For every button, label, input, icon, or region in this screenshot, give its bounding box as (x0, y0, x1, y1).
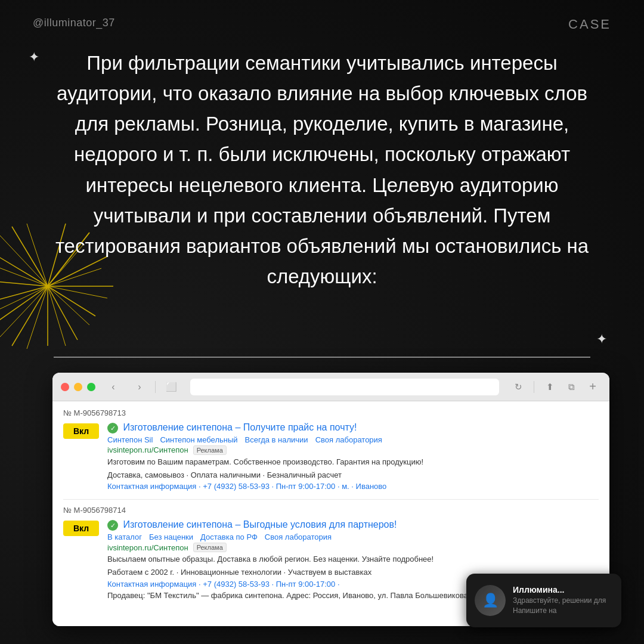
nav-separator-2 (534, 381, 534, 393)
sparkle-bottom-right-icon: ✦ (596, 333, 607, 346)
ad-url-line-1: ivsintepon.ru/Синтепон Реклама (107, 445, 599, 455)
svg-line-8 (0, 286, 48, 304)
svg-line-17 (48, 286, 66, 346)
vkl-button-2[interactable]: Вкл (63, 521, 99, 536)
new-tab-button[interactable]: + (584, 379, 601, 395)
traffic-light-red[interactable] (61, 383, 69, 391)
svg-line-22 (0, 236, 48, 286)
ad-content-1: Изготовление синтепона – Получите прайс … (107, 422, 599, 491)
handle-label: @illuminator_37 (33, 17, 115, 29)
ad-url-line-2: ivsintepon.ru/Синтепон Реклама (107, 543, 599, 552)
avatar: 👤 (475, 585, 506, 616)
avatar-text: Иллюмина... Здравствуйте, решении для На… (513, 585, 613, 616)
svg-line-11 (12, 227, 48, 286)
ad-sitelink-2-0[interactable]: В каталог (107, 532, 142, 541)
svg-line-6 (12, 286, 48, 346)
ad-number-1: № М-9056798713 (63, 408, 599, 417)
share-icon[interactable]: ⬆ (541, 379, 558, 395)
nav-separator (155, 381, 156, 393)
ad-sitelinks-2: В каталог Без наценки Доставка по РФ Сво… (107, 532, 599, 541)
ad-sitelink-1-2[interactable]: Всегда в наличии (245, 435, 308, 444)
ad-sitelink-2-1[interactable]: Без наценки (149, 532, 193, 541)
sparkle-top-left-icon: ✦ (29, 51, 39, 64)
main-paragraph: При фильтрации семантики учитывались инт… (48, 48, 596, 292)
traffic-light-green[interactable] (87, 383, 95, 391)
ad-sitelink-1-1[interactable]: Синтепон мебельный (160, 435, 237, 444)
ad-title-1[interactable]: Изготовление синтепона – Получите прайс … (123, 422, 357, 432)
traffic-light-yellow[interactable] (74, 383, 82, 391)
duplicate-icon[interactable]: ⧉ (563, 379, 580, 395)
svg-line-16 (48, 286, 89, 325)
ad-desc1-2: Высылаем опытные образцы. Доставка в люб… (107, 554, 599, 565)
reload-icon[interactable]: ↻ (510, 379, 527, 395)
ad-url-1: ivsintepon.ru/Синтепон (107, 445, 188, 454)
case-label: CASE (568, 17, 611, 32)
ad-desc1-1: Изготовим по Вашим параметрам. Собственн… (107, 457, 599, 468)
ad-verified-icon-2 (107, 520, 118, 531)
ad-sitelink-2-2[interactable]: Доставка по РФ (200, 532, 258, 541)
address-bar[interactable] (190, 379, 499, 395)
svg-line-18 (27, 286, 48, 349)
ad-url-2: ivsintepon.ru/Синтепон (107, 543, 188, 552)
svg-line-10 (0, 250, 48, 286)
ad-sitelinks-1: Синтепон Sil Синтепон мебельный Всегда в… (107, 435, 599, 444)
ad-block-1: Вкл Изготовление синтепона – Получите пр… (63, 422, 599, 491)
svg-line-19 (0, 286, 48, 337)
divider (54, 357, 590, 358)
forward-button[interactable]: › (131, 379, 148, 395)
ad-title-2[interactable]: Изготовление синтепона – Выгодные услови… (123, 519, 397, 530)
ad-sitelink-1-0[interactable]: Синтепон Sil (107, 435, 153, 444)
avatar-name: Иллюмина... (513, 585, 613, 595)
ad-badge-2: Реклама (193, 543, 227, 552)
avatar-image: 👤 (475, 585, 506, 616)
svg-line-4 (48, 286, 78, 340)
ad-sitelink-2-3[interactable]: Своя лаборатория (265, 532, 332, 541)
ad-number-2: № М-9056798714 (63, 506, 599, 515)
ad-title-line-1: Изготовление синтепона – Получите прайс … (107, 422, 599, 434)
ad-badge-1: Реклама (193, 445, 227, 455)
avatar-overlay: 👤 Иллюмина... Здравствуйте, решении для … (466, 574, 621, 627)
svg-line-23 (27, 224, 48, 286)
window-icon[interactable]: ⬜ (163, 379, 179, 395)
back-button[interactable]: ‹ (105, 379, 122, 395)
avatar-subtitle: Здравствуйте, решении для Напишите на (513, 596, 613, 616)
ad-desc2-1: Доставка, самовывоз · Оплата наличными ·… (107, 470, 599, 481)
browser-titlebar: ‹ › ⬜ ↻ ⬆ ⧉ + (52, 373, 609, 401)
ad-contact-1: Контактная информация · +7 (4932) 58-53-… (107, 482, 599, 491)
ad-title-line-2: Изготовление синтепона – Выгодные услови… (107, 519, 599, 531)
vkl-button-1[interactable]: Вкл (63, 423, 99, 439)
ad-verified-icon-1 (107, 423, 118, 434)
ad-sitelink-1-3[interactable]: Своя лаборатория (315, 435, 382, 444)
ad-divider (63, 499, 599, 500)
